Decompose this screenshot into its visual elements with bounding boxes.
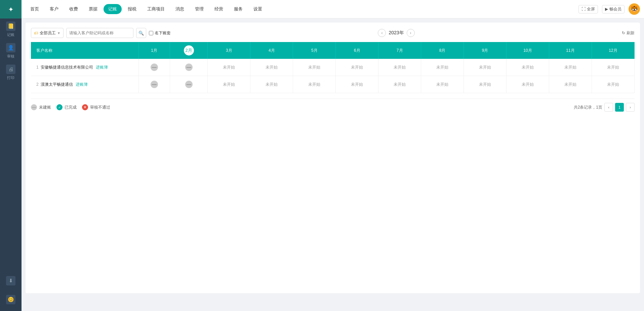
sidebar-item-label: 记账 (7, 32, 14, 37)
fullscreen-button[interactable]: ⛶ 全屏 (578, 5, 598, 13)
dropdown-arrow-icon: ▼ (57, 31, 61, 35)
customer-cell: 2漠澳太平畅捷通信进账簿 (31, 76, 138, 93)
legend-completed: ✓ 已完成 (56, 104, 77, 110)
vip-button[interactable]: ▶ 畅会员 (602, 5, 625, 13)
refresh-button[interactable]: ↻ 刷新 (622, 30, 635, 36)
month-cell-3: 未开始 (208, 76, 250, 93)
col-may: 5月 (293, 42, 336, 59)
year-prev-button[interactable]: ‹ (378, 29, 386, 37)
month-cell-10: 未开始 (507, 59, 549, 76)
col-apr: 4月 (250, 42, 293, 59)
month-cell-2[interactable]: — (170, 59, 208, 76)
not-started-status: 未开始 (223, 82, 235, 87)
my-accounts-checkbox[interactable] (149, 31, 153, 35)
col-dec: 12月 (592, 42, 634, 59)
not-started-status: 未开始 (522, 82, 534, 87)
month-cell-11: 未开始 (549, 76, 592, 93)
not-started-status: 未开始 (436, 65, 448, 70)
not-started-status: 未开始 (564, 65, 576, 70)
not-started-status: 未开始 (308, 82, 320, 87)
sidebar-item-download[interactable]: ⬇ (0, 273, 22, 289)
table-header: 客户名称 1月 2月 3月 4月 5月 6月 7月 8月 9月 (31, 42, 635, 59)
page-card: 🏷 全部员工 ▼ 🔍 名下账套 ‹ 2023年 › (26, 23, 640, 293)
nav-invoice[interactable]: 票据 (84, 4, 102, 14)
col-jun: 6月 (336, 42, 378, 59)
customer-search-input[interactable] (66, 28, 133, 38)
content-area: 🏷 全部员工 ▼ 🔍 名下账套 ‹ 2023年 › (22, 18, 644, 311)
sidebar-item-audit[interactable]: 👤 审核 (0, 40, 22, 62)
vip-icon: ▶ (605, 7, 608, 11)
not-started-status: 未开始 (394, 82, 406, 87)
nav-bookkeeping[interactable]: 记账 (104, 4, 122, 14)
not-started-status: 未开始 (266, 65, 278, 70)
pagination: 共2条记录，1页 ‹ 1 › (574, 103, 635, 112)
not-started-status: 未开始 (351, 82, 363, 87)
col-customer-name: 客户名称 (31, 42, 138, 59)
table-container: 客户名称 1月 2月 3月 4月 5月 6月 7月 8月 9月 (31, 42, 635, 93)
employee-select[interactable]: 🏷 全部员工 ▼ (31, 28, 64, 38)
month-cell-5: 未开始 (293, 76, 336, 93)
col-nov: 11月 (549, 42, 592, 59)
not-built-label: 未建账 (39, 105, 51, 110)
month-cell-12: 未开始 (592, 59, 634, 76)
not-started-status: 未开始 (266, 82, 278, 87)
nav-tax[interactable]: 报税 (123, 4, 141, 14)
sidebar: ✦ 📒 记账 👤 审核 🖨 打印 ⬇ 😊 (0, 0, 22, 311)
sidebar-item-bookkeeping[interactable]: 📒 记账 (0, 18, 22, 40)
filter-bar: 🏷 全部员工 ▼ 🔍 名下账套 ‹ 2023年 › (31, 28, 635, 38)
prev-page-button[interactable]: ‹ (604, 103, 613, 112)
nav-manage[interactable]: 管理 (190, 4, 208, 14)
year-next-button[interactable]: › (407, 29, 415, 37)
col-jan: 1月 (138, 42, 170, 59)
support-icon: 😊 (6, 295, 15, 304)
month-cell-8: 未开始 (421, 76, 464, 93)
checkbox-label-text: 名下账套 (155, 30, 171, 36)
nav-operation[interactable]: 经营 (210, 4, 228, 14)
month-cell-2[interactable]: — (170, 76, 208, 93)
dash-status-icon: — (185, 81, 193, 88)
fullscreen-icon: ⛶ (581, 7, 586, 11)
nav-home[interactable]: 首页 (26, 4, 44, 14)
not-built-icon: — (31, 104, 37, 110)
total-records-text: 共2条记录，1页 (574, 105, 602, 110)
month-cell-9: 未开始 (464, 76, 507, 93)
enter-ledger-link[interactable]: 进账簿 (96, 65, 108, 70)
search-button[interactable]: 🔍 (136, 28, 146, 38)
nav-business[interactable]: 工商项目 (143, 4, 169, 14)
download-icon: ⬇ (6, 276, 15, 285)
completed-label: 已完成 (65, 105, 77, 110)
nav-billing[interactable]: 收费 (65, 4, 83, 14)
month-cell-7: 未开始 (378, 59, 421, 76)
sidebar-item-print[interactable]: 🖨 打印 (0, 62, 22, 83)
page-1-button[interactable]: 1 (615, 103, 624, 112)
not-started-status: 未开始 (479, 82, 491, 87)
next-page-button[interactable]: › (626, 103, 635, 112)
nav-service[interactable]: 服务 (229, 4, 247, 14)
sidebar-item-label: 审核 (7, 54, 14, 59)
month-cell-6: 未开始 (336, 76, 378, 93)
sidebar-bottom: ⬇ 😊 (0, 273, 22, 308)
not-started-status: 未开始 (607, 82, 619, 87)
rejected-label: 审核不通过 (90, 105, 110, 110)
nav-customer[interactable]: 客户 (45, 4, 63, 14)
year-nav: ‹ 2023年 › (378, 29, 414, 37)
month-cell-8: 未开始 (421, 59, 464, 76)
col-oct: 10月 (507, 42, 549, 59)
col-feb: 2月 (170, 42, 208, 59)
col-jul: 7月 (378, 42, 421, 59)
my-accounts-checkbox-label[interactable]: 名下账套 (149, 30, 171, 36)
month-cell-11: 未开始 (549, 59, 592, 76)
nav-message[interactable]: 消息 (171, 4, 189, 14)
nav-settings[interactable]: 设置 (249, 4, 267, 14)
month-cell-3: 未开始 (208, 59, 250, 76)
sidebar-item-support[interactable]: 😊 (0, 291, 22, 308)
refresh-label: 刷新 (627, 30, 635, 36)
month-cell-1[interactable]: — (138, 59, 170, 76)
enter-ledger-link[interactable]: 进账簿 (76, 82, 88, 87)
rejected-icon: ✕ (82, 104, 88, 110)
user-avatar[interactable]: 🐯 (629, 3, 640, 15)
month-cell-1[interactable]: — (138, 76, 170, 93)
customer-name: 安徽畅捷通信息技术有限公司 (41, 65, 93, 70)
fullscreen-label: 全屏 (587, 6, 595, 12)
topbar: 首页 客户 收费 票据 记账 报税 工商项目 消息 管理 经营 服务 设置 ⛶ … (22, 0, 644, 18)
